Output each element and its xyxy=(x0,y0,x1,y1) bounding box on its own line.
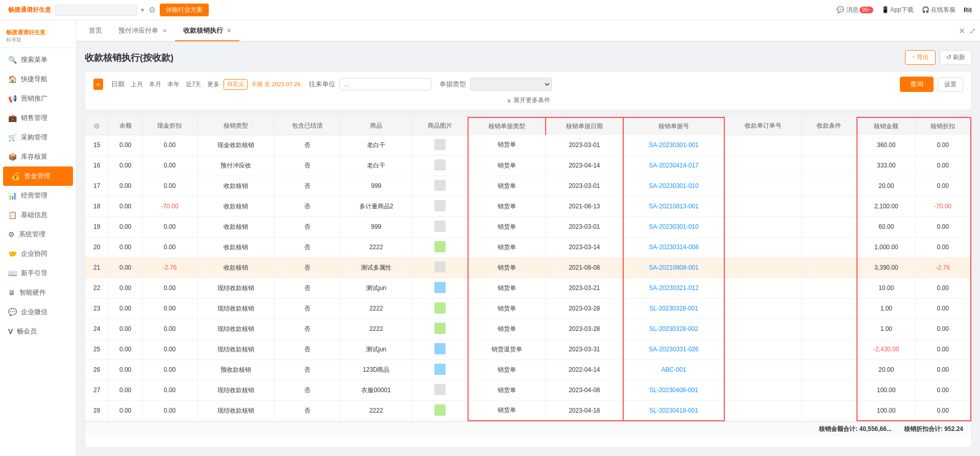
total-discount: 核销折扣合计: 952.24 xyxy=(904,425,963,434)
query-button[interactable]: 查询 xyxy=(900,77,934,92)
message-icon[interactable]: 💬 消息99+ xyxy=(837,6,873,14)
tab-verify[interactable]: 收款核销执行 ✕ xyxy=(175,21,240,41)
sidebar-item-purchase[interactable]: 🛒采购管理 xyxy=(0,128,76,147)
industry-solution-button[interactable]: 休验行业方案 xyxy=(160,4,209,16)
app-download-link[interactable]: 📱 App下载 xyxy=(881,6,914,14)
sidebar-item-finance[interactable]: 💰资金管理 xyxy=(3,166,73,186)
table-row: 160.000.00预付冲应收否老白干销货单2023-04-14SA-20230… xyxy=(85,155,971,176)
voucher-type-select[interactable] xyxy=(470,78,552,91)
row-voucher-no[interactable]: SA-20230314-008 xyxy=(623,237,724,257)
row-verify-discount: -70.00 xyxy=(915,196,971,217)
sidebar-item-system[interactable]: ⚙系统管理 xyxy=(0,225,76,244)
row-voucher-no[interactable]: SA-20210813-001 xyxy=(623,196,724,217)
expand-conditions-button[interactable]: ∨ 展开更多条件 xyxy=(507,96,550,105)
gear-icon[interactable]: ⚙ xyxy=(149,5,156,15)
row-voucher-no[interactable]: SL-20230418-001 xyxy=(623,400,724,421)
sidebar-brand: 畅捷通谱好生意 标准版 xyxy=(0,25,76,48)
row-voucher-no[interactable]: ABC-001 xyxy=(623,359,724,380)
row-voucher-no[interactable]: SL-20230328-002 xyxy=(623,319,724,339)
date-label: 日期 xyxy=(111,80,125,89)
row-voucher-no[interactable]: SA-20230301-001 xyxy=(623,135,724,155)
row-voucher-no[interactable]: SA-20210808-001 xyxy=(623,257,724,278)
row-voucher-no-link[interactable]: ABC-001 xyxy=(662,366,687,373)
row-receipt-order xyxy=(724,237,801,257)
tab-prepay-close[interactable]: ✕ xyxy=(162,28,167,34)
sidebar-item-wechat[interactable]: 💬企业微信 xyxy=(0,302,76,322)
sidebar-item-member[interactable]: V畅会员 xyxy=(0,322,76,341)
row-verify-type: 收款核销 xyxy=(197,237,274,257)
row-voucher-no[interactable]: SA-20230301-010 xyxy=(623,176,724,196)
row-balance: 0.00 xyxy=(109,400,142,421)
row-voucher-no-link[interactable]: SL-20230328-001 xyxy=(649,305,698,312)
row-voucher-no[interactable]: SA-20230301-010 xyxy=(623,217,724,237)
row-voucher-no-link[interactable]: SA-20210808-001 xyxy=(649,264,698,271)
row-voucher-no-link[interactable]: SA-20210813-001 xyxy=(649,203,698,210)
hardware-icon: 🖥 xyxy=(8,289,15,297)
sidebar-item-sales[interactable]: 💼销售管理 xyxy=(0,108,76,128)
row-voucher-no-link[interactable]: SA-20230321-012 xyxy=(649,284,698,292)
row-goods-img xyxy=(412,176,468,196)
refresh-icon: ↺ xyxy=(946,54,951,61)
row-receipt-order xyxy=(724,400,801,421)
date-link-more[interactable]: 更多 xyxy=(205,79,222,90)
date-link-this-month[interactable]: 本月 xyxy=(147,79,163,90)
row-cash-discount: -70.00 xyxy=(142,196,197,217)
sidebar-item-collab[interactable]: 🤝企业协同 xyxy=(0,244,76,263)
refresh-button[interactable]: ↺ 刷新 xyxy=(940,50,972,65)
row-voucher-no-link[interactable]: SA-20230331-026 xyxy=(649,346,698,353)
date-link-7days[interactable]: 近7天 xyxy=(184,79,204,90)
row-voucher-no[interactable]: SL-20230408-001 xyxy=(623,380,724,400)
date-link-custom[interactable]: 自定义 xyxy=(224,79,248,90)
sidebar-item-operations[interactable]: 📊经营管理 xyxy=(0,186,76,205)
row-voucher-no[interactable]: SA-20230321-012 xyxy=(623,278,724,298)
row-voucher-type: 销货单 xyxy=(468,278,546,298)
row-voucher-no[interactable]: SA-20230414-017 xyxy=(623,155,724,176)
row-balance: 0.00 xyxy=(109,217,142,237)
settings-button[interactable]: 设置 xyxy=(938,77,963,92)
partner-label: 往来单位 xyxy=(309,80,335,89)
row-voucher-no-link[interactable]: SA-20230301-010 xyxy=(649,223,698,230)
row-voucher-no-link[interactable]: SA-20230414-017 xyxy=(649,162,698,169)
row-voucher-no-link[interactable]: SL-20230418-001 xyxy=(649,407,698,414)
top-bar-right: 💬 消息99+ 📱 App下载 🎧 在线客服 Rit xyxy=(837,6,972,14)
tab-prepay[interactable]: 预付冲应付单 ✕ xyxy=(110,21,175,41)
col-verify-discount: 核销折扣 xyxy=(915,117,971,135)
online-service-link[interactable]: 🎧 在线客服 xyxy=(922,6,955,14)
export-button[interactable]: ↑ 导出 xyxy=(905,50,935,65)
col-settings[interactable]: ⚙ xyxy=(85,117,109,135)
dropdown-icon[interactable]: ▾ xyxy=(141,6,144,14)
row-voucher-no-link[interactable]: SL-20230408-001 xyxy=(649,387,698,394)
row-verify-amount: 10.00 xyxy=(857,278,915,298)
sidebar-item-shortcut[interactable]: 🏠快捷导航 xyxy=(0,69,76,89)
sidebar-item-inventory[interactable]: 📦库存核算 xyxy=(0,147,76,166)
table-row: 260.000.00预收款核销否123D商品销货单2022-04-14ABC-0… xyxy=(85,359,971,380)
sidebar-item-basic[interactable]: 📋基础信息 xyxy=(0,205,76,225)
filter-toggle-arrow[interactable]: » xyxy=(93,79,103,90)
row-voucher-no[interactable]: SA-20230331-026 xyxy=(623,339,724,359)
row-voucher-no-link[interactable]: SA-20230301-010 xyxy=(649,182,698,189)
row-cash-discount: 0.00 xyxy=(142,298,197,319)
filter-group-voucher-type: 单据类型 xyxy=(439,78,552,91)
sidebar-item-hardware[interactable]: 🖥智能硬件 xyxy=(0,283,76,302)
content-area: 首页 预付冲应付单 ✕ 收款核销执行 ✕ ✕ ⤢ 收款核销执行(按收款) ↑ xyxy=(77,20,980,456)
row-verify-type: 预付冲应收 xyxy=(197,155,274,176)
tab-close-all-icon[interactable]: ✕ xyxy=(959,26,965,36)
top-search-input[interactable] xyxy=(55,5,137,16)
tab-verify-close[interactable]: ✕ xyxy=(227,28,231,34)
tab-home[interactable]: 首页 xyxy=(81,21,110,41)
row-include-cleared: 否 xyxy=(274,339,340,359)
row-voucher-no[interactable]: SL-20230328-001 xyxy=(623,298,724,319)
row-voucher-no-link[interactable]: SL-20230328-002 xyxy=(649,325,698,332)
table-row: 200.000.00收款核销否2222销货单2023-03-14SA-20230… xyxy=(85,237,971,257)
row-verify-amount: 1.00 xyxy=(857,298,915,319)
row-voucher-type: 销货退货单 xyxy=(468,339,546,359)
sidebar-item-search[interactable]: 🔍搜索菜单 xyxy=(0,50,76,69)
sidebar-item-marketing[interactable]: 📢营销推广 xyxy=(0,89,76,108)
row-voucher-no-link[interactable]: SA-20230301-001 xyxy=(649,141,698,149)
partner-input[interactable] xyxy=(339,78,431,90)
sidebar-item-guide[interactable]: 📖新手引导 xyxy=(0,263,76,283)
row-voucher-no-link[interactable]: SA-20230314-008 xyxy=(649,244,698,251)
tab-expand-icon[interactable]: ⤢ xyxy=(969,26,976,36)
date-link-this-year[interactable]: 本年 xyxy=(165,79,182,90)
date-link-last-month[interactable]: 上月 xyxy=(129,79,145,90)
